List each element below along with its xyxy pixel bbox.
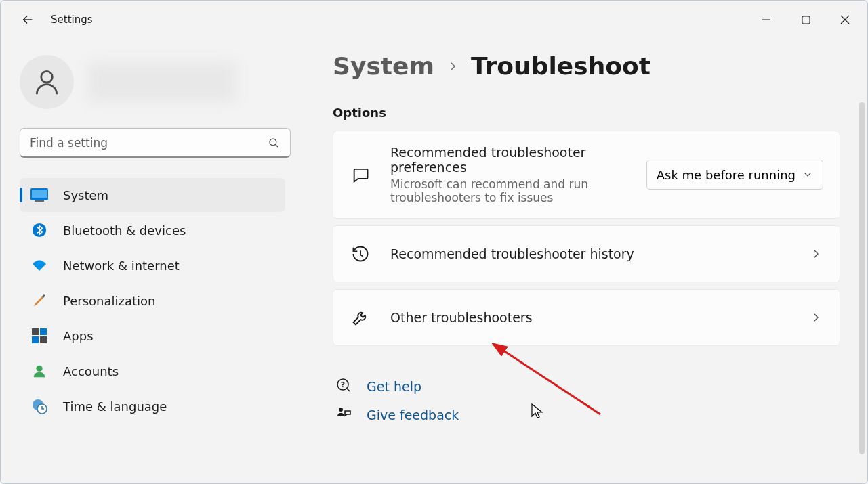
minimize-button[interactable]	[747, 6, 786, 33]
nav-item-time-language[interactable]: Time & language	[20, 389, 285, 423]
nav-item-personalization[interactable]: Personalization	[20, 284, 285, 317]
bluetooth-icon	[30, 221, 48, 239]
svg-line-6	[275, 144, 278, 147]
nav-label: Time & language	[63, 399, 167, 414]
chevron-right-icon	[808, 246, 823, 261]
link-text: Get help	[367, 379, 421, 394]
card-title: Other troubleshooters	[390, 310, 808, 325]
feedback-icon	[335, 405, 352, 424]
search-box[interactable]	[20, 128, 291, 158]
chat-bubble-icon	[350, 164, 371, 185]
maximize-button[interactable]	[786, 6, 825, 33]
nav-label: Accounts	[63, 364, 119, 378]
arrow-left-icon	[20, 12, 35, 27]
minimize-icon	[762, 15, 771, 24]
dropdown-value: Ask me before running	[657, 168, 795, 182]
card-subtitle: Microsoft can recommend and run troubles…	[390, 177, 621, 204]
back-button[interactable]	[14, 6, 41, 33]
accounts-icon	[30, 362, 48, 380]
user-name-redacted	[87, 62, 236, 102]
breadcrumb: System Troubleshoot	[333, 52, 840, 80]
avatar	[20, 55, 74, 109]
svg-point-5	[270, 139, 276, 146]
close-icon	[840, 15, 850, 24]
wifi-icon	[30, 257, 48, 274]
card-title: Recommended troubleshooter history	[390, 246, 808, 261]
help-icon: ?	[335, 377, 352, 396]
chevron-right-icon	[808, 310, 823, 325]
other-troubleshooters-card[interactable]: Other troubleshooters	[333, 289, 840, 346]
search-icon	[267, 136, 281, 150]
chevron-right-icon	[447, 56, 459, 76]
svg-rect-9	[35, 200, 44, 202]
app-title: Settings	[51, 14, 93, 26]
close-button[interactable]	[825, 6, 865, 33]
svg-text:?: ?	[341, 380, 345, 389]
svg-rect-12	[40, 328, 47, 335]
svg-rect-1	[802, 16, 810, 24]
history-icon	[350, 243, 371, 265]
svg-point-15	[36, 366, 42, 372]
link-text: Give feedback	[367, 408, 459, 422]
svg-point-20	[339, 408, 343, 412]
wrench-icon	[350, 307, 371, 328]
give-feedback-link[interactable]: Give feedback	[333, 405, 840, 424]
nav-item-apps[interactable]: Apps	[20, 319, 285, 353]
nav-item-accounts[interactable]: Accounts	[20, 354, 285, 388]
get-help-link[interactable]: ? Get help	[333, 377, 840, 396]
apps-icon	[30, 327, 48, 345]
svg-rect-13	[32, 336, 39, 343]
card-title: Recommended troubleshooter preferences	[390, 145, 646, 175]
globe-clock-icon	[30, 397, 48, 415]
svg-rect-8	[32, 190, 47, 198]
svg-rect-14	[40, 336, 47, 343]
sidebar: System Bluetooth & devices Network & int…	[1, 39, 299, 483]
window-controls	[747, 6, 865, 33]
settings-window: Settings	[0, 0, 868, 484]
preferences-dropdown[interactable]: Ask me before running	[646, 160, 823, 190]
person-icon	[32, 67, 62, 97]
user-profile[interactable]	[20, 55, 285, 109]
content-pane: System Troubleshoot Options Recommended …	[299, 39, 867, 483]
nav-item-bluetooth[interactable]: Bluetooth & devices	[20, 213, 285, 247]
nav-label: Network & internet	[63, 259, 180, 273]
nav-label: Apps	[63, 329, 94, 343]
nav-label: Bluetooth & devices	[63, 223, 186, 238]
breadcrumb-parent[interactable]: System	[333, 52, 434, 80]
chevron-down-icon	[802, 169, 813, 180]
maximize-icon	[802, 16, 810, 24]
nav-list: System Bluetooth & devices Network & int…	[20, 178, 285, 423]
page-title: Troubleshoot	[471, 52, 650, 80]
display-icon	[30, 186, 48, 204]
svg-point-4	[41, 71, 53, 83]
nav-item-network[interactable]: Network & internet	[20, 248, 285, 282]
titlebar: Settings	[1, 1, 867, 39]
nav-label: Personalization	[63, 294, 155, 308]
search-input[interactable]	[30, 136, 267, 150]
recommended-preferences-card[interactable]: Recommended troubleshooter preferences M…	[333, 131, 840, 219]
section-heading: Options	[333, 106, 840, 120]
nav-item-system[interactable]: System	[20, 178, 285, 212]
svg-rect-11	[32, 328, 39, 335]
scrollbar[interactable]	[859, 102, 865, 454]
history-card[interactable]: Recommended troubleshooter history	[333, 225, 840, 282]
paintbrush-icon	[30, 292, 48, 309]
nav-label: System	[63, 188, 108, 202]
